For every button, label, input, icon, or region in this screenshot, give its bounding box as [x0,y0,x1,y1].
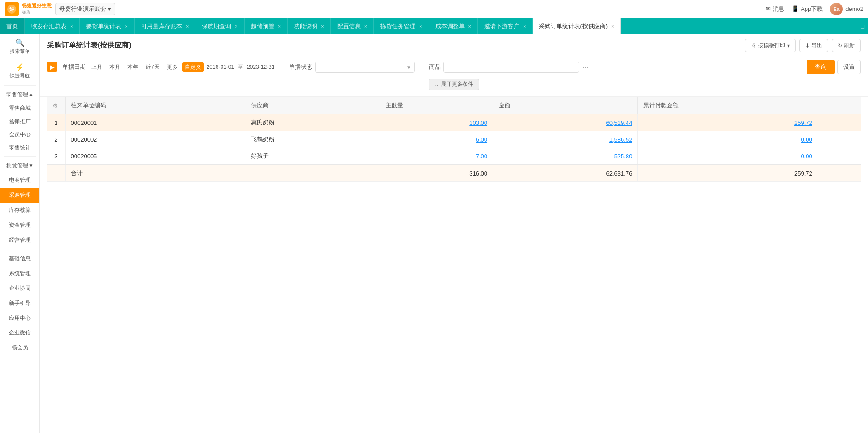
amount-link-2[interactable]: 1,586.52 [609,136,632,143]
amount-link-1[interactable]: 60,519.44 [606,119,632,126]
tab-close-available-stock[interactable]: × [186,24,189,29]
workspace-name: 母婴行业演示账套 [59,5,106,13]
tab-purchase-summary[interactable]: 采购订单统计表(按供应商) × [533,18,621,34]
table-footer: 合计 316.00 62,631.76 259.72 [47,165,861,182]
footer-blank [47,165,65,182]
cell-extra-1 [818,114,861,131]
sidebar-item-enterprise[interactable]: 企业协同 [0,281,39,296]
sidebar-item-ecommerce[interactable]: 电商管理 [0,173,39,188]
top-bar-left: 好 畅捷通好生意 标版 母婴行业演示账套 ▾ [5,2,115,16]
tab-pick-task[interactable]: 拣货任务管理 × [374,18,429,34]
filter-toggle-btn[interactable]: ▶ [47,62,57,72]
tab-home[interactable]: ⚙ 首页 [0,18,25,34]
workspace-arrow-icon: ▾ [108,5,111,12]
sidebar-item-search[interactable]: 🔍 搜索菜单 [0,34,39,59]
expand-more-btn[interactable]: ⌄ 展开更多条件 [429,79,479,90]
sidebar-item-retail-shop[interactable]: 零售商城 [0,102,39,115]
print-btn[interactable]: 🖨 按模板打印 ▾ [745,39,796,52]
shortcut-last-month[interactable]: 上月 [89,62,105,72]
more-options-icon[interactable]: ··· [582,62,589,72]
qty-link-2[interactable]: 6.00 [476,136,487,143]
cell-supplier-1: 惠氏奶粉 [245,114,380,131]
sidebar-item-basic-info[interactable]: 基础信息 [0,251,39,266]
tab-close-requisition[interactable]: × [125,24,127,29]
sidebar-item-quick-nav[interactable]: ⚡ 快捷导航 [0,59,39,83]
shortcut-more[interactable]: 更多 [164,62,180,72]
sidebar: 🔍 搜索菜单 ⚡ 快捷导航 零售管理 ▲ 零售商城 营销推广 会员中心 零售统计… [0,34,40,433]
sidebar-item-retail[interactable]: 零售管理 ▲ [0,87,39,102]
sidebar-item-guide[interactable]: 新手引导 [0,296,39,311]
tab-function-desc[interactable]: 功能说明 × [288,18,330,34]
message-icon: ✉ [766,5,771,12]
amount-link-3[interactable]: 525.80 [614,153,632,160]
tab-warranty[interactable]: 保质期查询 × [195,18,244,34]
sidebar-item-purchase[interactable]: 采购管理 [0,188,39,203]
sidebar-item-vip[interactable]: 畅会员 [0,340,39,355]
user-profile[interactable]: Ea demo2 [830,3,863,15]
sidebar-item-member[interactable]: 会员中心 [0,128,39,141]
sidebar-item-inventory[interactable]: 库存核算 [0,203,39,218]
paid-link-1[interactable]: 259.72 [794,119,812,126]
shortcut-7days[interactable]: 近7天 [143,62,162,72]
tab-receive-send[interactable]: 收发存汇总表 × [25,18,80,34]
print-arrow-icon: ▾ [787,43,790,49]
tab-available-stock[interactable]: 可用量库存账本 × [135,18,195,34]
table-header: ⚙ 往来单位编码 供应商 主数量 金额 累计付款金额 [47,97,861,114]
shortcut-this-month[interactable]: 本月 [107,62,123,72]
export-icon: ⬇ [805,43,810,49]
phone-icon: 📱 [792,5,799,12]
qty-link-1[interactable]: 303.00 [469,119,487,126]
tab-cost-adjust[interactable]: 成本调整单 × [429,18,478,34]
message-btn[interactable]: ✉ 消息 [766,5,784,13]
sidebar-item-app-center[interactable]: 应用中心 [0,311,39,326]
minimize-icon[interactable]: — [851,23,857,30]
sidebar-item-marketing[interactable]: 营销推广 [0,115,39,128]
sidebar-item-system[interactable]: 系统管理 [0,266,39,281]
cell-no-2: 2 [47,131,65,148]
sidebar-item-retail-stat[interactable]: 零售统计 [0,141,39,154]
tab-close-cost-adjust[interactable]: × [468,24,471,29]
sidebar-item-operations[interactable]: 经营管理 [0,233,39,247]
refresh-btn[interactable]: ↻ 刷新 [832,39,861,52]
workspace-selector[interactable]: 母婴行业演示账套 ▾ [55,3,115,15]
tab-close-invite[interactable]: × [523,24,526,29]
tab-close-receive-send[interactable]: × [70,24,73,29]
cell-qty-3: 7.00 [380,148,493,165]
cell-no-3: 3 [47,148,65,165]
gear-settings-icon[interactable]: ⚙ [52,102,58,109]
col-extra [818,97,861,114]
search-btn[interactable]: 查询 [807,60,835,74]
tab-close-pick-task[interactable]: × [419,24,422,29]
export-btn[interactable]: ⬇ 导出 [799,39,828,52]
tab-close-warranty[interactable]: × [235,24,237,29]
shortcut-this-year[interactable]: 本年 [125,62,141,72]
app-download-btn[interactable]: 📱 App下载 [792,5,823,13]
tab-close-overstock[interactable]: × [278,24,281,29]
tab-close-purchase-summary[interactable]: × [611,24,614,29]
sidebar-item-enterprise-wechat[interactable]: 企业微信 [0,325,39,340]
status-select[interactable]: ▾ [315,62,415,73]
sidebar-item-wholesale[interactable]: 批发管理 ▼ [0,158,39,173]
restore-icon[interactable]: □ [861,23,864,30]
logo-svg: 好 [7,4,17,14]
tab-close-config-info[interactable]: × [364,24,367,29]
cell-code-3: 00020005 [65,148,245,165]
tab-close-function-desc[interactable]: × [321,24,324,29]
tab-overstock[interactable]: 超储预警 × [245,18,288,34]
sidebar-item-finance[interactable]: 资金管理 [0,218,39,233]
nav-tabs: ⚙ 首页 收发存汇总表 × 要货单统计表 × 可用量库存账本 × 保质期查询 ×… [0,18,868,34]
goods-input[interactable] [443,62,579,73]
sidebar-divider-3 [4,249,36,249]
tab-config-info[interactable]: 配置信息 × [331,18,374,34]
top-bar: 好 畅捷通好生意 标版 母婴行业演示账套 ▾ ✉ 消息 📱 App下载 Ea d… [0,0,868,18]
sidebar-divider-2 [4,156,36,157]
paid-link-3[interactable]: 0.00 [801,153,812,160]
paid-link-2[interactable]: 0.00 [801,136,812,143]
table-body: 1 00020001 惠氏奶粉 303.00 60,519.44 259.72 … [47,114,861,165]
cell-supplier-3: 好孩子 [245,148,380,165]
custom-date-tag[interactable]: 自定义 [182,62,204,72]
settings-btn[interactable]: 设置 [837,60,861,74]
tab-requisition[interactable]: 要货单统计表 × [80,18,134,34]
tab-invite-downstream[interactable]: 邀请下游客户 × [478,18,533,34]
qty-link-3[interactable]: 7.00 [476,153,487,160]
